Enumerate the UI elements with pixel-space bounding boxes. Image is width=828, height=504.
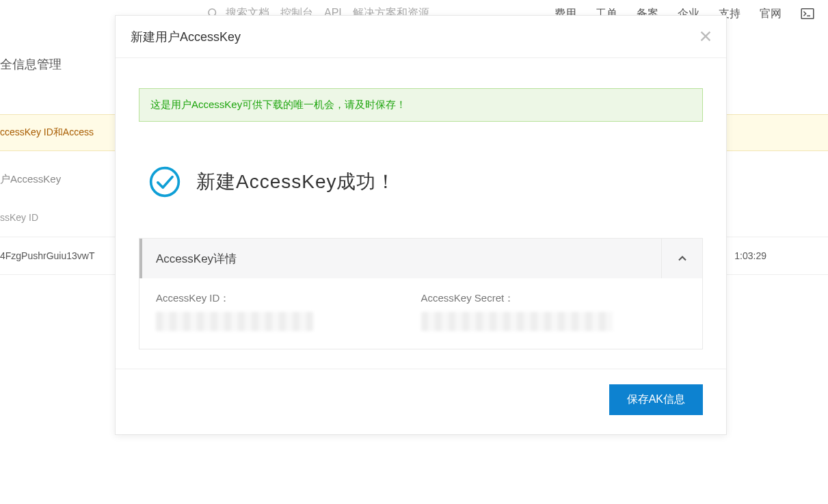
accordion-toggle[interactable] — [661, 239, 702, 278]
chevron-up-icon — [676, 252, 689, 265]
accordion-title: AccessKey详情 — [156, 251, 237, 267]
row-id: 4FzgPushrGuiu13vwT — [0, 250, 95, 261]
warning-text: ccessKey ID和Access — [0, 127, 94, 139]
dialog-title: 新建用户AccessKey — [131, 29, 241, 45]
dialog-footer: 保存AK信息 — [116, 369, 726, 434]
download-warning-alert: 这是用户AccessKey可供下载的唯一机会，请及时保存！ — [139, 88, 703, 122]
accesskey-id-value — [156, 312, 313, 331]
close-icon — [698, 29, 713, 44]
dialog-header: 新建用户AccessKey — [116, 16, 726, 58]
success-text: 新建AccessKey成功！ — [196, 169, 397, 195]
create-accesskey-dialog: 新建用户AccessKey 这是用户AccessKey可供下载的唯一机会，请及时… — [115, 15, 727, 435]
section-title: 户AccessKey — [0, 173, 61, 186]
row-time: 1:03:29 — [734, 250, 766, 261]
save-ak-button[interactable]: 保存AK信息 — [609, 384, 703, 415]
check-circle-icon — [148, 165, 181, 198]
accesskey-secret-label: AccessKey Secret： — [421, 292, 686, 305]
svg-rect-2 — [801, 9, 814, 18]
accordion-body: AccessKey ID： AccessKey Secret： — [139, 278, 702, 349]
page-title: 全信息管理 — [0, 56, 62, 72]
accesskey-details-panel: AccessKey详情 AccessKey ID： AccessKey Secr… — [139, 238, 703, 349]
nav-official[interactable]: 官网 — [760, 7, 782, 21]
alert-text: 这是用户AccessKey可供下载的唯一机会，请及时保存！ — [150, 98, 406, 110]
accesskey-id-field: AccessKey ID： — [156, 292, 421, 331]
dialog-body: 这是用户AccessKey可供下载的唯一机会，请及时保存！ 新建AccessKe… — [116, 88, 726, 349]
cloudshell-icon[interactable] — [801, 8, 814, 19]
accesskey-secret-value — [421, 312, 613, 331]
success-message: 新建AccessKey成功！ — [139, 165, 703, 198]
accordion-header[interactable]: AccessKey详情 — [139, 239, 702, 278]
accesskey-id-label: AccessKey ID： — [156, 292, 421, 305]
accesskey-secret-field: AccessKey Secret： — [421, 292, 686, 331]
svg-point-6 — [151, 168, 179, 196]
close-button[interactable] — [695, 25, 717, 47]
column-header-id: ssKey ID — [0, 212, 38, 223]
